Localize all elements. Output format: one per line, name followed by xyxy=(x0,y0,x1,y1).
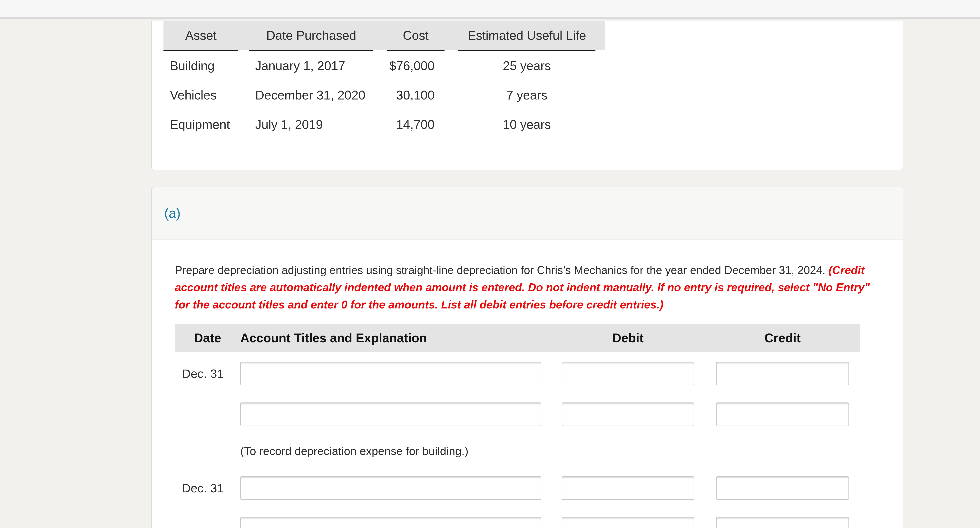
header-spacer xyxy=(238,21,249,51)
journal-header-debit: Debit xyxy=(562,331,694,345)
entry-2-line-1-account-input[interactable] xyxy=(240,476,541,500)
entry-2-line-2-debit-input[interactable] xyxy=(562,517,694,528)
instructions-normal-text: Prepare depreciation adjusting entries u… xyxy=(175,264,829,276)
asset-date-purchased: January 1, 2017 xyxy=(249,51,373,81)
table-row: Building January 1, 2017 $76,000 25 year… xyxy=(164,51,605,81)
asset-useful-life: 25 years xyxy=(458,51,595,81)
table-row: Vehicles December 31, 2020 30,100 7 year… xyxy=(164,81,605,110)
entry-1-date: Dec. 31 xyxy=(175,366,240,381)
entry-2-line-2-account-input[interactable] xyxy=(240,517,541,528)
entry-2-line-1-credit-input[interactable] xyxy=(716,476,849,500)
journal-table-header: Date Account Titles and Explanation Debi… xyxy=(175,324,860,352)
asset-cost: $76,000 xyxy=(387,51,444,81)
section-a-label[interactable]: (a) xyxy=(164,205,180,221)
journal-header-date: Date xyxy=(175,331,240,345)
section-a-card: (a) Prepare depreciation adjusting entri… xyxy=(151,187,903,528)
asset-useful-life: 10 years xyxy=(458,110,595,139)
entry-2-date: Dec. 31 xyxy=(175,481,240,495)
journal-entry-table: Date Account Titles and Explanation Debi… xyxy=(175,324,885,528)
entry-1-line-2-credit-input[interactable] xyxy=(716,403,849,426)
journal-row xyxy=(175,517,860,528)
journal-row: Dec. 31 xyxy=(175,362,860,385)
header-spacer xyxy=(595,21,605,51)
asset-table-header-date-purchased: Date Purchased xyxy=(249,21,373,51)
entry-1-note: (To record depreciation expense for buil… xyxy=(240,444,885,458)
page-background: Asset Date Purchased Cost Estimated Usef… xyxy=(0,21,980,528)
asset-table-header-useful-life: Estimated Useful Life xyxy=(458,21,595,51)
instructions-paragraph: Prepare depreciation adjusting entries u… xyxy=(175,262,875,313)
journal-row: Dec. 31 xyxy=(175,476,860,500)
asset-date-purchased: July 1, 2019 xyxy=(249,110,373,139)
top-border-bar xyxy=(0,0,980,19)
asset-cost: 30,100 xyxy=(387,81,444,110)
asset-cost: 14,700 xyxy=(387,110,444,139)
table-row: Equipment July 1, 2019 14,700 10 years xyxy=(164,110,605,139)
journal-header-account: Account Titles and Explanation xyxy=(240,331,541,345)
section-a-header[interactable]: (a) xyxy=(152,187,903,239)
entry-1-line-1-credit-input[interactable] xyxy=(716,362,849,385)
entry-2-line-1-debit-input[interactable] xyxy=(562,476,694,500)
header-spacer xyxy=(373,21,387,51)
journal-row xyxy=(175,403,860,426)
entry-1-line-1-account-input[interactable] xyxy=(240,362,541,385)
entry-2-line-2-credit-input[interactable] xyxy=(716,517,849,528)
journal-header-credit: Credit xyxy=(716,331,849,345)
entry-1-line-2-debit-input[interactable] xyxy=(562,403,694,426)
asset-name: Equipment xyxy=(164,110,238,139)
asset-table: Asset Date Purchased Cost Estimated Usef… xyxy=(164,21,605,139)
asset-table-header-cost: Cost xyxy=(387,21,444,51)
section-a-body: Prepare depreciation adjusting entries u… xyxy=(152,239,903,528)
asset-date-purchased: December 31, 2020 xyxy=(249,81,373,110)
asset-table-header-asset: Asset xyxy=(164,21,238,51)
entry-1-line-2-account-input[interactable] xyxy=(240,403,541,426)
header-spacer xyxy=(444,21,458,51)
asset-name: Building xyxy=(164,51,238,81)
asset-useful-life: 7 years xyxy=(458,81,595,110)
asset-table-header-row: Asset Date Purchased Cost Estimated Usef… xyxy=(164,21,605,51)
asset-summary-card: Asset Date Purchased Cost Estimated Usef… xyxy=(151,21,903,170)
entry-1-line-1-debit-input[interactable] xyxy=(562,362,694,385)
asset-name: Vehicles xyxy=(164,81,238,110)
